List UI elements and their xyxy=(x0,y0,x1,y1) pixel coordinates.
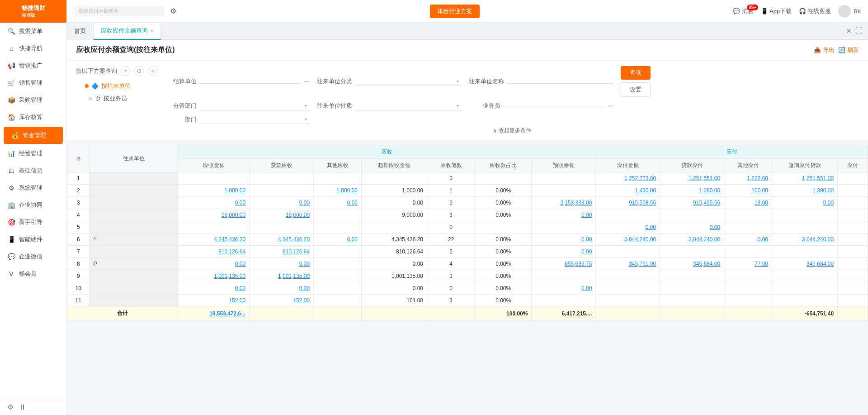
footer-ar-prepaid: 6,417,215.... xyxy=(532,307,596,320)
sidebar-item-finance[interactable]: 💰 资金管理 xyxy=(4,127,63,144)
col-ar-overdue: 超期应收金额 xyxy=(362,159,427,172)
sidebar-item-label: 搜索菜单 xyxy=(19,27,42,35)
sidebar-item-guide[interactable]: 🎯 新手引导 xyxy=(0,214,66,231)
sidebar-item-inventory[interactable]: 🏠 库存核算 xyxy=(0,109,66,126)
col-ap-loan: 贷款应付 xyxy=(660,159,724,172)
partner-col-header: 往来单位 xyxy=(90,145,178,172)
sidebar-item-enterprise[interactable]: 🏢 企业协同 xyxy=(0,196,66,214)
filter-dept: 部门 ▾ xyxy=(165,115,310,124)
refresh-icon: 🔄 xyxy=(838,47,845,53)
top-header: 应收应付余额查询 ⚙ 体验行业方案 💬 消息 99+ 📱 App下载 🎧 在线客… xyxy=(67,0,868,23)
tab-home[interactable]: 首页 xyxy=(67,23,94,40)
collapse-more-btn[interactable]: ∧ 收起更多条件 xyxy=(165,124,859,135)
sidebar-item-management[interactable]: 📊 经营管理 xyxy=(0,145,66,162)
col-ar-other: 其他应收 xyxy=(314,159,362,172)
sidebar-item-purchase[interactable]: 📦 采购管理 xyxy=(0,91,66,109)
filter-settlement: 结算单位 ··· xyxy=(165,77,310,86)
unit-category-select[interactable]: ▾ xyxy=(355,77,462,86)
header-right: 💬 消息 99+ 📱 App下载 🎧 在线客服 Rit xyxy=(733,5,861,18)
sidebar-item-label: 库存核算 xyxy=(19,113,42,121)
table-row: 100.000.000.0000.00%0.00 xyxy=(67,282,868,295)
salesperson-input[interactable] xyxy=(503,104,605,108)
sidebar-item-system[interactable]: ⚙ 系统管理 xyxy=(0,179,66,196)
sidebar-item-quick[interactable]: ⌂ 快捷导航 xyxy=(0,40,66,57)
salesperson-label: 业务员 xyxy=(469,102,500,110)
scheme-list: 🔷 按往来单位 ⏱ 按业务员 xyxy=(85,81,158,104)
tab-expand-icon[interactable]: ⛶ xyxy=(855,27,863,35)
settings-button[interactable]: 设置 xyxy=(621,82,651,97)
hardware-icon: 📱 xyxy=(7,236,15,243)
scheme-label: 按往来单位 xyxy=(101,82,131,90)
filter-circle-button[interactable]: ⊙ xyxy=(134,66,144,76)
gear-icon[interactable]: ⚙ xyxy=(170,7,176,15)
sidebar-bottom: ⚙ ⏸ xyxy=(0,399,66,415)
service-icon: 🎧 xyxy=(799,8,806,14)
sidebar-item-hardware[interactable]: 📱 智能硬件 xyxy=(0,231,66,248)
settings-bottom-icon[interactable]: ⚙ xyxy=(7,403,14,411)
dept-manage-label: 分管部门 xyxy=(165,102,197,110)
unit-nature-select[interactable]: ▾ xyxy=(355,101,462,110)
data-table: ⚙ 往来单位 应收 应付 应收金额 贷款应收 其他应收 超期应收金额 应收笔数 … xyxy=(67,145,868,320)
message-count: 99+ xyxy=(747,5,758,10)
tab-close-window-icon[interactable]: ✕ xyxy=(846,27,852,35)
user-name: Rit xyxy=(854,8,861,14)
breadcrumb: 应收应付余额查询 xyxy=(74,6,165,16)
tab-close-icon[interactable]: × xyxy=(151,28,153,33)
footer-ar-ratio: 100.00% xyxy=(475,307,531,320)
sidebar-item-label: 采购管理 xyxy=(19,96,42,104)
sidebar-item-search[interactable]: 🔍 搜索菜单 xyxy=(0,23,66,40)
sidebar-item-label: 智能硬件 xyxy=(19,235,42,243)
col-ar-amount: 应收金额 xyxy=(178,159,250,172)
app-download[interactable]: 📱 App下载 xyxy=(761,7,792,15)
refresh-button[interactable]: 🔄 刷新 xyxy=(838,46,859,54)
sidebar-item-wechat[interactable]: 💬 企业微信 xyxy=(0,248,66,265)
user-info[interactable]: Rit xyxy=(838,5,861,18)
collapse-icon[interactable]: ⏸ xyxy=(19,403,26,411)
tab-current[interactable]: 应收应付余额查询 × xyxy=(94,23,161,40)
management-icon: 📊 xyxy=(7,150,15,157)
tab-current-label: 应收应付余额查询 xyxy=(101,27,148,35)
dept-manage-select[interactable]: ▾ xyxy=(199,101,310,110)
salesperson-dots[interactable]: ··· xyxy=(608,102,613,110)
col-ap-overdue: 超期应付货款 xyxy=(772,159,838,172)
table-row: 8P0.000.000.0040.00%655,636.75345,761.00… xyxy=(67,258,868,270)
sidebar-item-label: 营销推广 xyxy=(19,62,42,70)
member-icon: Ⅴ xyxy=(7,270,15,277)
system-icon: ⚙ xyxy=(7,184,15,191)
scheme-item-partner[interactable]: 🔷 按往来单位 xyxy=(85,81,158,91)
inventory-icon: 🏠 xyxy=(7,114,15,121)
sidebar-item-member[interactable]: Ⅴ 畅会员 xyxy=(0,265,66,282)
sidebar-item-label: 新手引导 xyxy=(19,218,42,226)
dept-select[interactable]: ▾ xyxy=(199,115,310,124)
tab-home-label: 首页 xyxy=(74,27,86,35)
sidebar-item-base[interactable]: 🗂 基础信息 xyxy=(0,162,66,179)
sidebar-item-label: 畅会员 xyxy=(19,270,37,278)
online-service[interactable]: 🎧 在线客服 xyxy=(799,7,831,15)
settlement-input[interactable] xyxy=(199,80,301,84)
filter-add-button[interactable]: + xyxy=(121,66,131,76)
filter-unit-category: 往来单位分类 ▾ xyxy=(317,77,462,86)
sidebar-item-sales[interactable]: 🛒 销售管理 xyxy=(0,74,66,91)
action-buttons: 查询 设置 xyxy=(621,66,651,97)
filter-top: 按以下方案查询 + ⊙ « xyxy=(76,66,158,76)
query-button[interactable]: 查询 xyxy=(621,66,651,80)
sales-icon: 🛒 xyxy=(7,79,15,86)
filter-unit-name: 往来单位名称 xyxy=(469,77,613,86)
avatar xyxy=(838,5,851,18)
sidebar-item-label: 快捷导航 xyxy=(19,44,42,52)
sidebar-item-marketing[interactable]: 📢 营销推广 xyxy=(0,57,66,74)
footer-ar-total: 19,553,472,6... xyxy=(178,307,250,320)
table-row: 21,000.001,000.001,000.0010.00%1,490.001… xyxy=(67,185,868,197)
solution-button[interactable]: 体验行业方案 xyxy=(430,5,480,18)
scheme-item-salesperson[interactable]: ⏱ 按业务员 xyxy=(89,93,158,104)
col-ar-ratio: 应收款占比 xyxy=(475,159,531,172)
marketing-icon: 📢 xyxy=(7,62,15,69)
footer-label: 合计 xyxy=(67,307,178,320)
settings-col-header[interactable]: ⚙ xyxy=(67,145,90,172)
settlement-dots[interactable]: ··· xyxy=(304,77,310,86)
unit-name-input[interactable] xyxy=(507,80,613,84)
filter-collapse-button[interactable]: « xyxy=(148,66,158,76)
message-badge[interactable]: 💬 消息 99+ xyxy=(733,7,754,15)
export-button[interactable]: 📤 导出 xyxy=(814,46,835,54)
receivable-group-header: 应收 xyxy=(178,145,596,159)
